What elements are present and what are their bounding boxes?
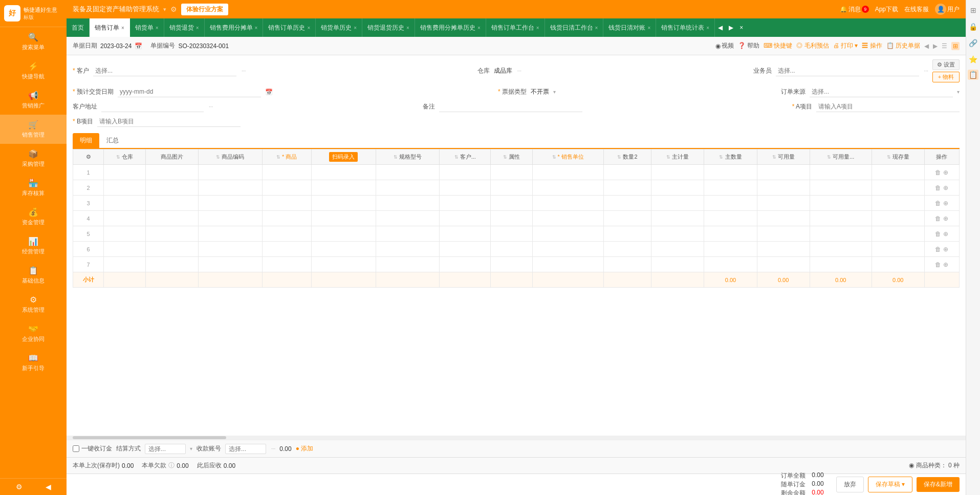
delete-icon[interactable]: 🗑 bbox=[935, 261, 941, 268]
add-btn[interactable]: ● 添加 bbox=[296, 444, 314, 453]
tab-销售订单工作台[interactable]: 销售订单工作台 × bbox=[486, 18, 545, 37]
account-dots[interactable]: ··· bbox=[271, 446, 275, 451]
sort-icon[interactable]: ⇅ bbox=[666, 155, 670, 160]
tab-销货单[interactable]: 销货单 × bbox=[130, 18, 164, 37]
payment-method-input[interactable] bbox=[145, 444, 186, 454]
col-code[interactable]: ⇅ 商品编码 bbox=[199, 149, 263, 165]
save-new-btn[interactable]: 保存&新增 bbox=[917, 477, 960, 492]
addr-dots[interactable]: ··· bbox=[209, 104, 213, 110]
tab-首页[interactable]: 首页 bbox=[67, 18, 90, 37]
sort-icon[interactable]: ⇅ bbox=[216, 155, 220, 160]
one-click-checkbox[interactable] bbox=[73, 445, 79, 452]
copy-icon[interactable]: ⊕ bbox=[943, 215, 948, 222]
right-icon-2[interactable]: 🔒 bbox=[967, 20, 979, 33]
a-project-input[interactable] bbox=[816, 101, 960, 112]
order-source-input[interactable] bbox=[810, 87, 953, 97]
sidebar-item-基础信息[interactable]: 📋基础信息 bbox=[0, 261, 67, 290]
history-btn[interactable]: 📋 历史单据 bbox=[886, 41, 920, 50]
tab-close[interactable]: × bbox=[595, 25, 598, 31]
sidebar-item-快捷导航[interactable]: ⚡快捷导航 bbox=[0, 56, 67, 85]
tab-钱货日清工作台[interactable]: 钱货日清工作台 × bbox=[545, 18, 604, 37]
help-icon[interactable]: ⓘ bbox=[168, 461, 175, 470]
app-download[interactable]: App下载 bbox=[875, 5, 898, 14]
settings-btn[interactable]: ⚙ 设置 bbox=[932, 59, 960, 70]
sidebar-item-库存核算[interactable]: 🏪库存核算 bbox=[0, 173, 67, 202]
delete-icon[interactable]: 🗑 bbox=[935, 215, 941, 222]
sort-icon[interactable]: ⇅ bbox=[617, 155, 621, 160]
col-avail_qty[interactable]: ⇅ 可用量 bbox=[757, 149, 810, 165]
delete-icon[interactable]: 🗑 bbox=[935, 169, 941, 176]
sort-icon[interactable]: ⇅ bbox=[116, 155, 120, 160]
right-icon-1[interactable]: ⊞ bbox=[968, 4, 978, 16]
col-product[interactable]: ⇅ * 商品 bbox=[262, 149, 311, 165]
col-avail_qty2[interactable]: ⇅ 可用量... bbox=[810, 149, 872, 165]
col-attr[interactable]: ⇅ 属性 bbox=[491, 149, 533, 165]
sort-icon[interactable]: ⇅ bbox=[276, 155, 280, 160]
tab-销售订单统计表[interactable]: 销售订单统计表 × bbox=[656, 18, 715, 37]
save-draft-btn[interactable]: 保存草稿 ▾ bbox=[868, 477, 912, 492]
sidebar-item-采购管理[interactable]: 📦采购管理 bbox=[0, 144, 67, 173]
operate-btn[interactable]: ☰ 操作 bbox=[862, 41, 882, 50]
sort-icon[interactable]: ⇅ bbox=[719, 155, 723, 160]
online-service[interactable]: 在线客服 bbox=[904, 5, 929, 14]
shortcut-btn[interactable]: ⌨ 快捷键 bbox=[764, 41, 792, 50]
col-image[interactable]: 商品图片 bbox=[146, 149, 199, 165]
sort-icon[interactable]: ⇅ bbox=[827, 155, 831, 160]
grid-view-icon[interactable]: ⊞ bbox=[951, 42, 960, 50]
delete-icon[interactable]: 🗑 bbox=[935, 246, 941, 253]
tab-close[interactable]: × bbox=[647, 25, 650, 31]
tab-销货单历史[interactable]: 销货单历史 × bbox=[316, 18, 362, 37]
msg-area[interactable]: 🔔 消息 9 bbox=[840, 5, 869, 14]
delivery-calendar-icon[interactable]: 📅 bbox=[265, 89, 273, 96]
tab-close[interactable]: × bbox=[307, 25, 310, 31]
tab-next[interactable]: ▶ bbox=[726, 18, 736, 37]
settings-bottom-icon[interactable]: ⚙ bbox=[16, 483, 23, 491]
scroll-track[interactable] bbox=[67, 436, 966, 440]
sidebar-item-销售管理[interactable]: 🛒销售管理 bbox=[0, 115, 67, 144]
order-source-dropdown[interactable]: ▾ bbox=[957, 89, 960, 95]
right-icon-5[interactable]: 📋 bbox=[968, 70, 978, 80]
nav-prev[interactable]: ◀ bbox=[924, 42, 929, 50]
copy-icon[interactable]: ⊕ bbox=[943, 200, 948, 207]
col-unit[interactable]: ⇅ * 销售单位 bbox=[532, 149, 603, 165]
tab-钱货日清对账[interactable]: 钱货日清对账 × bbox=[603, 18, 656, 37]
col-action[interactable]: 操作 bbox=[924, 149, 959, 165]
sort-icon[interactable]: ⇅ bbox=[454, 155, 459, 160]
dropdown-arrow[interactable]: ▾ bbox=[163, 6, 166, 13]
col-main_unit[interactable]: ⇅ 主计量 bbox=[651, 149, 704, 165]
industry-btn[interactable]: 体验行业方案 bbox=[181, 4, 228, 15]
sub-tab-汇总[interactable]: 汇总 bbox=[99, 133, 126, 148]
sidebar-item-系统管理[interactable]: ⚙系统管理 bbox=[0, 290, 67, 319]
delete-icon[interactable]: 🗑 bbox=[935, 230, 941, 238]
warehouse-dots[interactable]: ··· bbox=[517, 68, 521, 74]
customer-input[interactable] bbox=[93, 66, 236, 76]
sidebar-item-资金管理[interactable]: 💰资金管理 bbox=[0, 202, 67, 231]
tab-close[interactable]: × bbox=[196, 25, 199, 31]
nav-next[interactable]: ▶ bbox=[933, 42, 938, 50]
tab-销售订单历史[interactable]: 销售订单历史 × bbox=[263, 18, 316, 37]
copy-icon[interactable]: ⊕ bbox=[943, 230, 948, 238]
tab-close[interactable]: × bbox=[121, 25, 124, 31]
list-view-icon[interactable]: ☰ bbox=[942, 42, 947, 50]
customer-dots[interactable]: ··· bbox=[242, 68, 246, 74]
view-btn[interactable]: ◉ 视频 bbox=[715, 41, 734, 50]
tab-销货退货[interactable]: 销货退货 × bbox=[164, 18, 205, 37]
sort-icon[interactable]: ⇅ bbox=[552, 155, 556, 160]
tab-close[interactable]: × bbox=[706, 25, 709, 31]
invoice-dropdown[interactable]: ▾ bbox=[553, 89, 556, 95]
tab-close[interactable]: × bbox=[477, 25, 481, 31]
delete-icon[interactable]: 🗑 bbox=[935, 200, 941, 207]
tab-销售费用分摊单历史[interactable]: 销售费用分摊单历史 × bbox=[415, 18, 486, 37]
salesperson-input[interactable] bbox=[776, 66, 919, 76]
col-current_qty[interactable]: ⇅ 现存量 bbox=[872, 149, 924, 165]
sort-icon[interactable]: ⇅ bbox=[772, 155, 776, 160]
right-icon-3[interactable]: 🔗 bbox=[967, 37, 979, 49]
copy-icon[interactable]: ⊕ bbox=[943, 184, 948, 191]
copy-icon[interactable]: ⊕ bbox=[943, 246, 948, 253]
col-spec[interactable]: ⇅ 规格型号 bbox=[376, 149, 440, 165]
col-warehouse[interactable]: ⇅ 仓库 bbox=[104, 149, 146, 165]
user-area[interactable]: 👤 用户 bbox=[935, 4, 960, 15]
col-qty2[interactable]: ⇅ 数量2 bbox=[603, 149, 651, 165]
salesperson-dots[interactable]: ··· bbox=[924, 68, 928, 74]
remark-input[interactable] bbox=[439, 101, 582, 112]
